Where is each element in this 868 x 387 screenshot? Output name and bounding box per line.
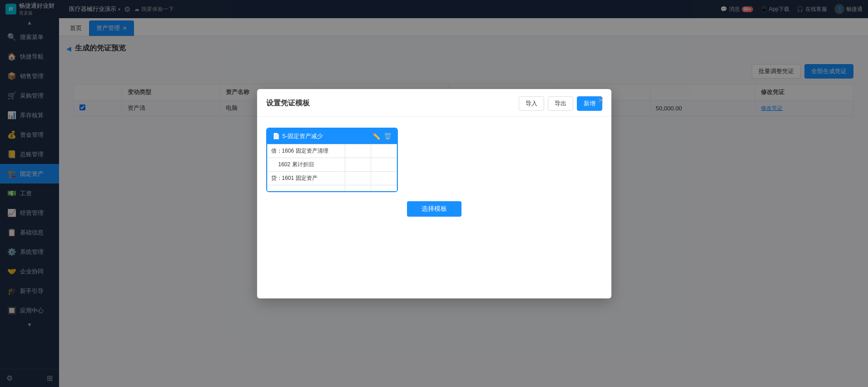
template-edit-icon[interactable]: ✏️ [372,133,380,140]
template-credit1-col2 [345,171,371,185]
template-empty-col3 [371,185,397,191]
template-card-body: 借：1606 固定资产清理 1602 累计折旧 贷：1601 固定资产 [267,144,397,191]
template-card-header: 📄 5-固定资产减少 ✏️ 🗑️ [267,129,397,144]
dialog-header: 设置凭证模板 导入 导出 新增 ✕ [257,89,611,117]
template-credit1-col3 [371,171,397,185]
import-button[interactable]: 导入 [519,96,544,111]
template-debit1-col3 [371,144,397,158]
modal-overlay: 设置凭证模板 导入 导出 新增 ✕ 📄 5-固定资产减少 ✏️ 🗑️ [0,0,868,387]
dialog-body: 📄 5-固定资产减少 ✏️ 🗑️ 借：1606 固定资产清理 [257,117,611,298]
template-row: 贷：1601 固定资产 [267,171,397,185]
export-button[interactable]: 导出 [548,96,573,111]
template-row: 1602 累计折旧 [267,158,397,171]
template-doc-icon: 📄 [273,133,280,139]
dialog-actions: 导入 导出 新增 [519,96,602,111]
dialog-close-button[interactable]: ✕ [597,95,604,105]
template-delete-icon[interactable]: 🗑️ [384,133,392,140]
template-dialog: 设置凭证模板 导入 导出 新增 ✕ 📄 5-固定资产减少 ✏️ 🗑️ [257,89,611,298]
select-template-button[interactable]: 选择模板 [407,201,461,217]
template-row [267,185,397,191]
template-empty [267,185,345,191]
template-name: 5-固定资产减少 [283,132,323,140]
template-credit1: 贷：1601 固定资产 [267,171,345,185]
template-debit2-col2 [345,158,371,171]
template-header-actions: ✏️ 🗑️ [372,133,392,140]
template-debit2: 1602 累计折旧 [267,158,345,171]
template-empty-col2 [345,185,371,191]
template-header-left: 📄 5-固定资产减少 [273,132,323,140]
template-card: 📄 5-固定资产减少 ✏️ 🗑️ 借：1606 固定资产清理 [266,128,398,192]
template-debit1-col2 [345,144,371,158]
template-table: 借：1606 固定资产清理 1602 累计折旧 贷：1601 固定资产 [267,144,397,191]
template-debit2-col3 [371,158,397,171]
dialog-title: 设置凭证模板 [266,99,310,108]
template-row: 借：1606 固定资产清理 [267,144,397,158]
template-debit1: 借：1606 固定资产清理 [267,144,345,158]
